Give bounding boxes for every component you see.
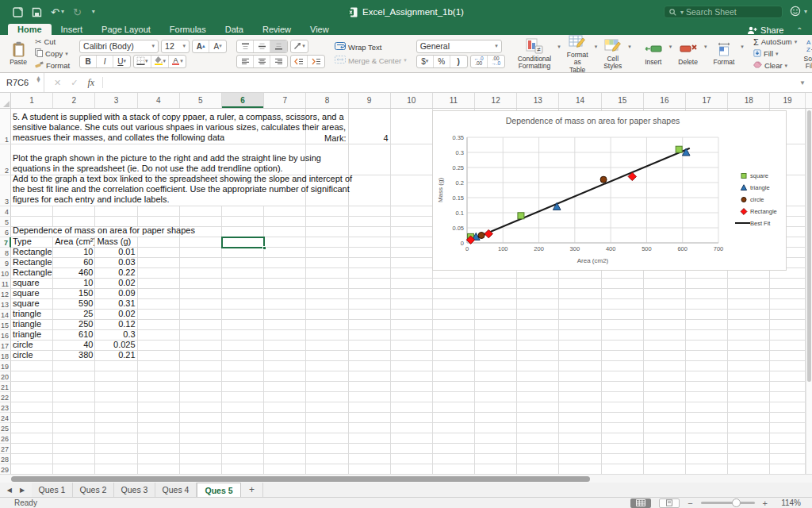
cell-r21c2[interactable]	[53, 382, 95, 392]
cell-r9c3[interactable]: 0.03	[95, 258, 137, 268]
cell-r25c1[interactable]	[11, 423, 53, 433]
insert-cells-button[interactable]: Insert	[641, 40, 666, 66]
cell-r12c16[interactable]	[644, 289, 686, 299]
cell-r16c8[interactable]	[306, 330, 348, 341]
cell-r24c16[interactable]	[644, 413, 686, 423]
cell-r25c9[interactable]	[349, 423, 391, 433]
add-sheet-button[interactable]: +	[241, 483, 263, 497]
cell-r4c4[interactable]	[138, 206, 180, 217]
cell-r3c1[interactable]	[11, 175, 53, 206]
row-header-16[interactable]: 16	[0, 330, 11, 341]
cell-r5c1[interactable]	[11, 217, 53, 227]
cell-r29c3[interactable]	[95, 464, 137, 474]
zoom-out-button[interactable]: −	[688, 498, 692, 508]
cell-r29c8[interactable]	[306, 464, 348, 474]
cell-r14c8[interactable]	[306, 310, 348, 320]
decrease-decimal-button[interactable]: .00→.0	[488, 56, 504, 67]
tab-insert[interactable]: Insert	[52, 25, 93, 35]
cell-r4c8[interactable]	[306, 206, 348, 217]
cell-r10c5[interactable]	[180, 268, 222, 279]
cell-r9c10[interactable]	[391, 258, 433, 268]
cell-r22c7[interactable]	[264, 392, 306, 402]
cell-r21c16[interactable]	[644, 382, 686, 392]
font-name-select[interactable]: Calibri (Body)▾	[79, 40, 159, 53]
cell-r6c5[interactable]	[180, 227, 222, 237]
cell-r26c17[interactable]	[686, 433, 728, 444]
cell-r11c6[interactable]	[222, 279, 264, 289]
cell-r14c4[interactable]	[138, 310, 180, 320]
orientation-button[interactable]: ▾	[291, 40, 308, 52]
tab-review[interactable]: Review	[253, 25, 301, 35]
name-box[interactable]: R7C6 ▲▼	[0, 73, 44, 92]
cell-r26c16[interactable]	[644, 433, 686, 444]
cell-r11c17[interactable]	[686, 279, 728, 289]
cell-r16c12[interactable]	[475, 330, 517, 341]
cancel-entry-icon[interactable]: ✕	[54, 78, 61, 88]
delete-cells-dropdown-icon[interactable]: ▾	[704, 44, 707, 50]
row-header-27[interactable]: 27	[0, 444, 11, 454]
cell-r22c9[interactable]	[349, 392, 391, 402]
tab-view[interactable]: View	[301, 25, 339, 35]
cell-r7c10[interactable]	[391, 237, 433, 248]
cell-r5c3[interactable]	[95, 217, 137, 227]
cell-r16c6[interactable]	[222, 330, 264, 341]
row-header-14[interactable]: 14	[0, 310, 11, 320]
cell-r21c4[interactable]	[138, 382, 180, 392]
cell-r19c8[interactable]	[306, 361, 348, 371]
cell-r17c18[interactable]	[728, 341, 770, 351]
cell-r15c9[interactable]	[349, 320, 391, 330]
column-header-5[interactable]: 5	[180, 93, 222, 108]
cell-r17c7[interactable]	[264, 341, 306, 351]
cell-r10c1[interactable]: Rectangle	[11, 268, 53, 279]
cell-r7c5[interactable]	[180, 237, 222, 248]
cell-r9c1[interactable]: Rectangle	[11, 258, 53, 268]
cell-r1c1[interactable]	[11, 109, 53, 144]
cell-r28c6[interactable]	[222, 454, 264, 464]
sort-filter-button[interactable]: AZ Sort &Filter	[800, 37, 812, 71]
cell-r11c5[interactable]	[180, 279, 222, 289]
cell-r22c19[interactable]	[770, 392, 805, 402]
cell-r24c9[interactable]	[349, 413, 391, 423]
cell-r25c14[interactable]	[559, 423, 601, 433]
borders-button[interactable]: ▾	[134, 56, 151, 67]
cell-r20c11[interactable]	[433, 371, 475, 382]
cell-r12c10[interactable]	[391, 289, 433, 299]
cell-r23c10[interactable]	[391, 402, 433, 413]
cell-r29c9[interactable]	[349, 464, 391, 474]
cell-r20c9[interactable]	[349, 371, 391, 382]
formula-bar-expand-icon[interactable]: ▼	[799, 79, 806, 87]
clear-dropdown-icon[interactable]: ▾	[785, 63, 788, 69]
cell-r23c7[interactable]	[264, 402, 306, 413]
redo-button[interactable]: ↻	[73, 7, 82, 17]
cell-r29c18[interactable]	[728, 464, 770, 474]
cell-r13c4[interactable]	[138, 299, 180, 310]
column-header-15[interactable]: 15	[602, 93, 644, 108]
cell-r29c2[interactable]	[53, 464, 95, 474]
cell-r29c5[interactable]	[180, 464, 222, 474]
prev-sheet-icon[interactable]: ◀	[7, 487, 12, 494]
cell-r27c2[interactable]	[53, 444, 95, 454]
fill-color-dropdown-icon[interactable]: ▾	[163, 58, 167, 64]
cell-r1c3[interactable]	[95, 109, 137, 144]
cell-r24c15[interactable]	[602, 413, 644, 423]
cell-r27c12[interactable]	[475, 444, 517, 454]
cell-r21c10[interactable]	[391, 382, 433, 392]
cell-r26c11[interactable]	[433, 433, 475, 444]
cell-r16c4[interactable]	[138, 330, 180, 341]
search-scope-dropdown-icon[interactable]: ▾	[680, 9, 684, 16]
cell-r24c17[interactable]	[686, 413, 728, 423]
cell-r29c7[interactable]	[264, 464, 306, 474]
cell-r12c11[interactable]	[433, 289, 475, 299]
cell-r23c8[interactable]	[306, 402, 348, 413]
cell-r4c2[interactable]	[53, 206, 95, 217]
cell-r21c3[interactable]	[95, 382, 137, 392]
cell-r5c6[interactable]	[222, 217, 264, 227]
column-header-6[interactable]: 6	[222, 93, 264, 108]
cell-r3c5[interactable]	[180, 175, 222, 206]
insert-cells-dropdown-icon[interactable]: ▾	[669, 44, 672, 50]
underline-dropdown-icon[interactable]: ▾	[123, 58, 126, 64]
cell-r4c9[interactable]	[349, 206, 391, 217]
cell-r16c18[interactable]	[728, 330, 770, 341]
tab-page-layout[interactable]: Page Layout	[92, 25, 160, 35]
cell-r24c14[interactable]	[559, 413, 601, 423]
